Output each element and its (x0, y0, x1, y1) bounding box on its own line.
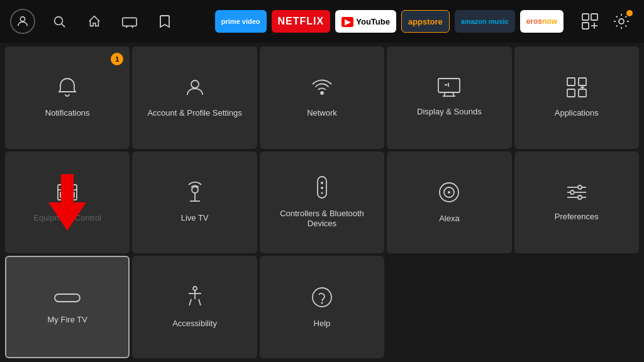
amazonmusic-label: amazon music (461, 18, 509, 25)
bell-icon (56, 76, 79, 102)
svg-rect-6 (582, 14, 589, 20)
sliders-icon (565, 182, 589, 206)
cell-network[interactable]: Network (260, 47, 384, 149)
equipment-icon (56, 181, 79, 207)
cell-preferences[interactable]: Preferences (514, 151, 639, 254)
settings-icon[interactable] (609, 9, 634, 34)
alexa-icon (437, 180, 461, 207)
youtube-label: ▶YouTube (341, 17, 390, 26)
avatar-icon[interactable] (10, 9, 35, 34)
app-appstore[interactable]: appstore (401, 10, 450, 33)
home-icon[interactable] (83, 10, 106, 33)
svg-point-44 (578, 195, 582, 199)
livetv-label: Live TV (181, 213, 209, 224)
app-youtube[interactable]: ▶YouTube (335, 10, 396, 33)
myfiretv-label: My Fire TV (48, 315, 87, 326)
svg-point-46 (193, 287, 197, 290)
svg-rect-20 (567, 89, 575, 97)
svg-rect-18 (567, 78, 575, 85)
svg-point-50 (321, 302, 323, 304)
cell-help[interactable]: Help (260, 256, 384, 358)
accessibility-label: Accessibility (172, 319, 217, 329)
cell-alexa[interactable]: Alexa (387, 151, 511, 254)
netflix-label: NETFLIX (278, 16, 325, 27)
svg-point-35 (321, 192, 323, 194)
svg-point-13 (321, 92, 323, 94)
app-erosnow[interactable]: erosnow (520, 10, 564, 33)
svg-line-2 (62, 24, 65, 27)
search-icon[interactable] (48, 10, 70, 33)
notifications-label: Notifications (45, 108, 90, 119)
svg-rect-14 (438, 79, 460, 92)
grid-apps-icon[interactable] (577, 9, 602, 34)
topbar-right (577, 9, 634, 34)
svg-point-0 (20, 17, 25, 21)
svg-point-43 (570, 190, 574, 194)
applications-label: Applications (555, 108, 599, 119)
apps-icon (565, 76, 588, 102)
wifi-icon (311, 76, 333, 102)
cell-display[interactable]: Display & Sounds (387, 47, 511, 149)
cell-accessibility[interactable]: Accessibility (132, 256, 257, 358)
svg-rect-7 (591, 14, 597, 20)
help-label: Help (314, 319, 331, 329)
firetv-icon (53, 288, 81, 309)
display-label: Display & Sounds (417, 107, 482, 118)
account-label: Account & Profile Settings (147, 108, 242, 119)
appstore-label: appstore (408, 17, 443, 26)
cell-notifications[interactable]: 1 Notifications (5, 47, 130, 149)
person-icon (184, 76, 206, 102)
cell-livetv[interactable]: Live TV (132, 151, 257, 254)
svg-point-1 (55, 17, 63, 25)
svg-rect-27 (60, 192, 74, 197)
accessibility-icon (185, 285, 205, 312)
tv-icon[interactable] (118, 10, 141, 33)
cell-equipment[interactable]: Equipment Control (5, 151, 130, 254)
antenna-icon (184, 181, 206, 207)
cell-applications[interactable]: Applications (514, 47, 639, 149)
equipment-label: Equipment Control (33, 213, 101, 224)
topbar: prime video NETFLIX ▶YouTube appstore am… (0, 0, 644, 43)
monitor-icon (437, 77, 461, 101)
apps-row: prime video NETFLIX ▶YouTube appstore am… (215, 10, 564, 33)
cell-controllers[interactable]: Controllers & Bluetooth Devices (260, 151, 384, 254)
svg-rect-3 (123, 18, 136, 26)
cell-account[interactable]: Account & Profile Settings (132, 47, 257, 149)
app-amazonmusic[interactable]: amazon music (455, 10, 515, 33)
svg-rect-45 (55, 294, 80, 302)
primevideo-label: prime video (221, 18, 260, 25)
controllers-label: Controllers & Bluetooth Devices (266, 209, 378, 230)
svg-rect-8 (582, 23, 589, 29)
help-icon (310, 285, 334, 312)
nav-left (10, 9, 176, 34)
notification-badge: 1 (111, 53, 123, 65)
svg-point-11 (619, 19, 624, 24)
svg-point-28 (192, 187, 198, 193)
grid-container: 1 Notifications Account & Profile Settin… (0, 43, 644, 362)
app-primevideo[interactable]: prime video (215, 10, 267, 33)
svg-point-12 (191, 80, 199, 88)
app-netflix[interactable]: NETFLIX (272, 10, 331, 33)
svg-point-38 (448, 191, 450, 194)
network-label: Network (307, 108, 337, 119)
svg-point-32 (321, 182, 323, 184)
settings-grid: 1 Notifications Account & Profile Settin… (0, 43, 644, 362)
alexa-label: Alexa (439, 214, 460, 224)
remote-icon (314, 175, 330, 202)
svg-rect-19 (579, 78, 586, 85)
cell-myfiretv[interactable]: My Fire TV (5, 256, 130, 358)
preferences-label: Preferences (555, 212, 599, 222)
erosnow-label: erosnow (526, 17, 557, 26)
svg-rect-21 (579, 89, 586, 97)
svg-point-42 (578, 185, 582, 189)
bookmark-icon[interactable] (153, 10, 176, 33)
